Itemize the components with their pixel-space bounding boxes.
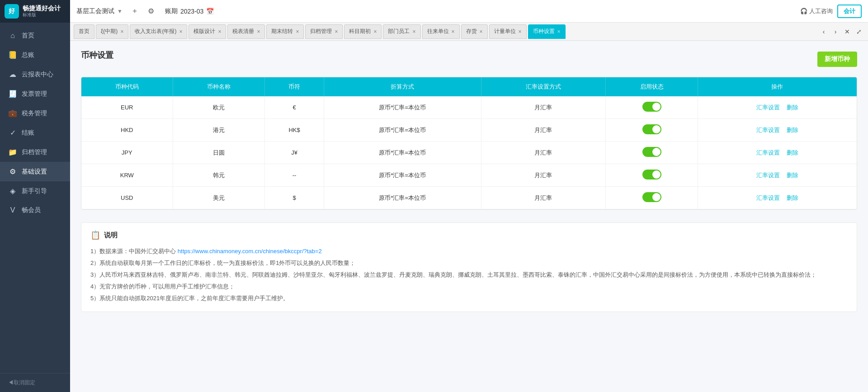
cell-calc-3: 原币*汇率=本位币: [324, 164, 481, 187]
tab-inventory[interactable]: 存货 ×: [461, 24, 488, 39]
cell-calc-1: 原币*汇率=本位币: [324, 119, 481, 142]
tab-income-close[interactable]: ×: [179, 28, 182, 35]
add-tab-button[interactable]: ＋: [129, 5, 141, 17]
sidebar-item-member[interactable]: V 畅会员: [0, 201, 70, 220]
company-dropdown-icon[interactable]: ▼: [117, 8, 123, 14]
sidebar-item-invoice[interactable]: 🧾 发票管理: [0, 84, 70, 104]
col-actions: 操作: [698, 77, 857, 96]
tab-taxclear-label: 税表清册: [232, 28, 254, 35]
delete-link-3[interactable]: 删除: [787, 172, 798, 179]
consulting-label: 人工咨询: [809, 7, 833, 15]
tab-partners-close[interactable]: ×: [452, 28, 455, 35]
tab-archivemgmt-label: 归档管理: [310, 28, 332, 35]
sidebar-item-ledger[interactable]: 📒 总账: [0, 45, 70, 65]
tab-inventory-close[interactable]: ×: [480, 28, 483, 35]
period-display: 账期 2023-03 📅: [165, 7, 214, 15]
logo-text: 畅捷通好会计: [23, 5, 61, 12]
tab-template-close[interactable]: ×: [218, 28, 221, 35]
tab-units[interactable]: 计量单位 ×: [489, 24, 527, 39]
sidebar-item-tax[interactable]: 💼 税务管理: [0, 104, 70, 123]
sidebar-item-home[interactable]: ⌂ 首页: [0, 26, 70, 45]
cell-symbol-2: J¥: [265, 142, 324, 164]
tab-dept-close[interactable]: ×: [412, 28, 415, 35]
nav-label-archive: 归档管理: [22, 148, 47, 156]
tab-units-close[interactable]: ×: [519, 28, 522, 35]
account-button[interactable]: 会计: [837, 5, 862, 18]
logo-icon: 好: [5, 4, 19, 19]
tab-home[interactable]: 首页: [74, 24, 94, 39]
cell-symbol-1: HK$: [265, 119, 324, 142]
tab-prev-button[interactable]: ‹: [818, 26, 829, 37]
tab-currency-close[interactable]: ×: [557, 28, 561, 35]
settings-btn[interactable]: ⚙: [145, 5, 157, 17]
tab-dept[interactable]: 部门员工 ×: [383, 24, 420, 39]
tab-currency[interactable]: 币种设置 ×: [528, 24, 566, 39]
main-area: 基层工会测试 ▼ ＋ ⚙ 账期 2023-03 📅 🎧 人工咨询 会计: [70, 0, 868, 392]
invoice-icon: 🧾: [8, 90, 17, 98]
tab-taxclear[interactable]: 税表清册 ×: [227, 24, 265, 39]
sidebar-item-reports[interactable]: ☁ 云报表中心: [0, 65, 70, 84]
expand-button[interactable]: ⤢: [854, 26, 864, 37]
sidebar-pin-toggle[interactable]: ◀取消固定: [0, 373, 70, 392]
note-item-0: 1）数据来源：中国外汇交易中心 https://www.chinamoney.c…: [90, 246, 848, 257]
tabbar: 首页 ξ(中期) × 收入支出表(年报) × 模版设计 × 税表清册 × 期末结…: [70, 23, 868, 41]
nav-label-guide: 新手引导: [22, 187, 47, 195]
table-row: HKD 港元 HK$ 原币*汇率=本位币 月汇率 汇率设置 删除: [81, 119, 857, 142]
tab-taxclear-close[interactable]: ×: [257, 28, 260, 35]
account-label: 会计: [844, 8, 855, 14]
delete-link-2[interactable]: 删除: [787, 149, 798, 156]
rate-setting-link-3[interactable]: 汇率设置: [756, 172, 780, 179]
delete-link-0[interactable]: 删除: [787, 104, 798, 111]
cell-name-2: 日圆: [173, 142, 264, 164]
rate-setting-link-1[interactable]: 汇率设置: [756, 127, 780, 133]
delete-link-4[interactable]: 删除: [787, 194, 798, 201]
rate-setting-link-0[interactable]: 汇率设置: [756, 104, 780, 111]
close-all-tabs-button[interactable]: ✕: [842, 26, 853, 37]
cell-actions-2: 汇率设置 删除: [698, 142, 857, 164]
tab-subjects[interactable]: 科目期初 ×: [344, 24, 382, 39]
tab-template[interactable]: 模版设计 ×: [189, 24, 226, 39]
tab-midterm-close[interactable]: ×: [120, 28, 123, 35]
tab-inventory-label: 存货: [466, 28, 477, 35]
toggle-enabled-0[interactable]: [642, 102, 661, 112]
cell-rate-type-2: 月汇率: [481, 142, 606, 164]
tab-partners[interactable]: 往来单位 ×: [422, 24, 460, 39]
new-currency-button[interactable]: 新增币种: [817, 52, 857, 67]
tab-subjects-close[interactable]: ×: [373, 28, 377, 35]
consulting-button[interactable]: 🎧 人工咨询: [800, 7, 833, 15]
cell-name-3: 韩元: [173, 164, 264, 187]
period-value: 2023-03: [180, 8, 203, 15]
note-item-1: 2）系统自动获取每月第一个工作日的汇率标价，统一为直接标价法，即1外币可以兑换的…: [90, 257, 848, 269]
toggle-enabled-1[interactable]: [642, 124, 661, 134]
tab-period-close[interactable]: ×: [296, 28, 299, 35]
notes-link[interactable]: https://www.chinamoney.com.cn/chinese/bk…: [178, 248, 322, 255]
sidebar-item-checkout[interactable]: ✓ 结账: [0, 123, 70, 142]
cell-status-3: [606, 164, 698, 187]
calendar-icon[interactable]: 📅: [206, 8, 214, 15]
delete-link-1[interactable]: 删除: [787, 127, 798, 133]
currency-table: 币种代码 币种名称 币符 折算方式 汇率设置方式 启用状态 操作 EUR 欧元 …: [81, 77, 857, 209]
notes-section: 📋 说明 1）数据来源：中国外汇交易中心 https://www.chinamo…: [81, 222, 857, 312]
tab-midterm[interactable]: ξ(中期) ×: [96, 24, 128, 39]
tab-archivemgmt[interactable]: 归档管理 ×: [305, 24, 343, 39]
nav-label-reports: 云报表中心: [22, 71, 53, 79]
rate-setting-link-2[interactable]: 汇率设置: [756, 149, 780, 156]
content-area: 币种设置 新增币种 币种代码 币种名称 币符 折算方式 汇率设置方式 启用状态 …: [70, 41, 868, 392]
tab-archivemgmt-close[interactable]: ×: [335, 28, 338, 35]
toggle-enabled-3[interactable]: [642, 170, 661, 179]
cell-rate-type-0: 月汇率: [481, 96, 606, 119]
sidebar-item-archive[interactable]: 📁 归档管理: [0, 142, 70, 162]
tab-income[interactable]: 收入支出表(年报) ×: [130, 24, 187, 39]
table-row: JPY 日圆 J¥ 原币*汇率=本位币 月汇率 汇率设置 删除: [81, 142, 857, 164]
tab-period[interactable]: 期末结转 ×: [266, 24, 304, 39]
toggle-enabled-2[interactable]: [642, 147, 661, 157]
tab-subjects-label: 科目期初: [349, 28, 371, 35]
toggle-enabled-4[interactable]: [642, 192, 661, 202]
ledger-icon: 📒: [8, 51, 17, 59]
sidebar-item-guide[interactable]: ◈ 新手引导: [0, 181, 70, 201]
notes-title: 📋 说明: [90, 230, 848, 240]
rate-setting-link-4[interactable]: 汇率设置: [756, 194, 780, 201]
nav-label-ledger: 总账: [22, 51, 34, 59]
sidebar-item-settings[interactable]: ⚙ 基础设置: [0, 162, 70, 181]
tab-next-button[interactable]: ›: [830, 26, 841, 37]
